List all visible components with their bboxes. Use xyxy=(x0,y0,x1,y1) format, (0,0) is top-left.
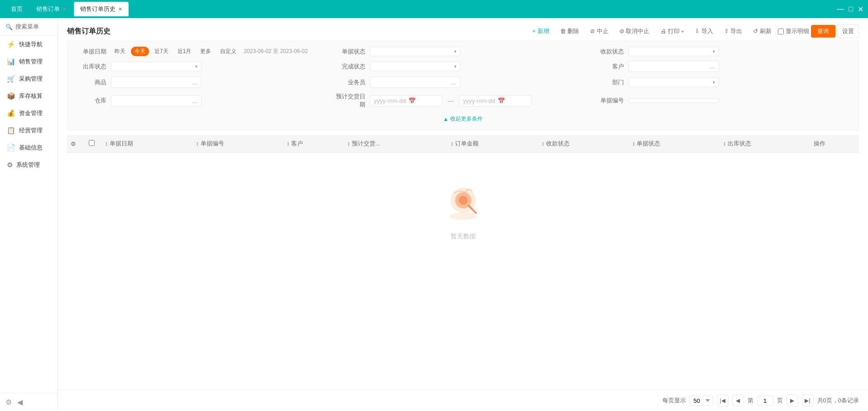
customer-control: … xyxy=(628,61,851,72)
th-settings[interactable]: ⚙ xyxy=(67,135,85,153)
customer-dots: … xyxy=(709,63,715,70)
warehouse-input[interactable]: … xyxy=(111,95,201,106)
page-first-btn[interactable]: |◀ xyxy=(717,395,729,406)
delete-btn[interactable]: 🗑 删除 xyxy=(556,25,584,38)
stop-btn[interactable]: ⊘ 中止 xyxy=(585,25,613,38)
sidebar-collapse-icon[interactable]: ◀ xyxy=(17,398,23,406)
select-all-checkbox[interactable] xyxy=(89,140,95,146)
receive-status-select[interactable]: ▾ xyxy=(628,47,719,56)
filter-row-2: 出库状态 ▾ 完成状态 ▾ 客户 xyxy=(75,61,851,72)
date-tag-today[interactable]: 今天 xyxy=(131,47,149,56)
export-btn-label: ⇧ 导出 xyxy=(724,27,743,35)
th-order-amount[interactable]: ↕ 订单金额 xyxy=(447,135,538,153)
show-detail-input[interactable] xyxy=(778,29,784,34)
doc-no-input[interactable] xyxy=(628,98,719,103)
th-customer[interactable]: ↕ 客户 xyxy=(283,135,344,153)
sidebar-item-sales-mgmt[interactable]: 📊 销售管理 xyxy=(0,53,58,70)
filter-area: 单据日期 昨天 今天 近7天 近1月 更多 自定义 2023-06-02 至 2… xyxy=(67,41,859,131)
filter-row-4: 仓库 … 预计交货日期 yyyy-mm-dd 📅 — yyyy-mm-dd xyxy=(75,92,851,109)
page-number-input[interactable] xyxy=(757,396,773,406)
sidebar-item-system-mgmt[interactable]: ⚙ 系统管理 xyxy=(0,156,58,174)
th-doc-no-label: ↕ 单据编号 xyxy=(196,140,224,147)
tab-sales-order-history-close[interactable]: ✕ xyxy=(118,6,122,12)
search-icon: 🔍 xyxy=(5,24,13,30)
collapse-label: 收起更多条件 xyxy=(450,115,483,123)
data-table: ⚙ ↕ 单据日期 ↕ 单据编号 ↕ 客户 xyxy=(67,135,859,153)
sales-mgmt-icon: 📊 xyxy=(7,58,15,66)
th-order-amount-label: ↕ 订单金额 xyxy=(451,140,479,147)
th-delivery-date[interactable]: ↕ 预计交货... xyxy=(344,135,447,153)
customer-input[interactable]: … xyxy=(628,61,719,72)
sidebar-search[interactable]: 🔍 搜索菜单 xyxy=(0,18,58,36)
sidebar-settings-icon[interactable]: ⚙ xyxy=(5,398,12,406)
out-status-select[interactable]: ▾ xyxy=(111,62,201,71)
show-detail-checkbox[interactable]: 显示明细 xyxy=(778,27,809,35)
table-settings-icon[interactable]: ⚙ xyxy=(71,140,76,147)
tab-home[interactable]: 首页 xyxy=(5,2,29,16)
cancel-stop-btn[interactable]: ⊘ 取消中止 xyxy=(615,25,654,38)
th-action-label: 操作 xyxy=(814,140,825,147)
tab-sales-order[interactable]: 销售订单 ✕ xyxy=(30,2,73,16)
delivery-date-start[interactable]: yyyy-mm-dd 📅 xyxy=(370,95,442,106)
new-btn[interactable]: + 新增 xyxy=(528,25,553,38)
print-btn[interactable]: 🖨 打印 ▾ xyxy=(656,25,689,38)
th-checkbox[interactable] xyxy=(85,135,101,153)
window-maximize-btn[interactable]: □ xyxy=(849,5,853,13)
delivery-date-end[interactable]: yyyy-mm-dd 📅 xyxy=(459,95,532,106)
page-last-btn[interactable]: ▶| xyxy=(802,395,814,406)
collapse-row[interactable]: ▲ 收起更多条件 xyxy=(75,113,851,125)
doc-status-select[interactable]: ▾ xyxy=(370,47,460,56)
th-doc-date[interactable]: ↕ 单据日期 xyxy=(101,135,192,153)
page-next-btn[interactable]: ▶ xyxy=(786,395,798,406)
system-mgmt-icon: ⚙ xyxy=(7,161,13,169)
out-status-chevron: ▾ xyxy=(195,64,197,69)
complete-status-control: ▾ xyxy=(370,62,593,71)
date-tag-yesterday[interactable]: 昨天 xyxy=(111,47,129,56)
sidebar-search-label: 搜索菜单 xyxy=(15,23,39,31)
query-btn[interactable]: 查询 xyxy=(811,25,835,38)
sidebar-item-purchase-mgmt[interactable]: 🛒 采购管理 xyxy=(0,70,58,87)
dept-control: ▾ xyxy=(628,77,851,87)
page-prev-btn[interactable]: ◀ xyxy=(732,395,744,406)
salesman-input[interactable]: … xyxy=(370,77,460,88)
th-doc-no[interactable]: ↕ 单据编号 xyxy=(192,135,283,153)
tab-sales-order-close[interactable]: ✕ xyxy=(62,6,67,12)
doc-date-control: 昨天 今天 近7天 近1月 更多 自定义 2023-06-02 至 2023-0… xyxy=(111,47,334,56)
sidebar-item-quick-nav[interactable]: ⚡ 快捷导航 xyxy=(0,36,58,53)
product-control: … xyxy=(111,77,334,88)
settings-btn[interactable]: 设置 xyxy=(837,24,859,38)
th-out-status[interactable]: ↕ 出库状态 xyxy=(719,135,810,153)
page-title: 销售订单历史 xyxy=(67,27,110,36)
date-tag-custom[interactable]: 自定义 xyxy=(216,47,240,56)
warehouse-control: … xyxy=(111,95,334,106)
th-doc-status[interactable]: ↕ 单据状态 xyxy=(628,135,719,153)
svg-point-3 xyxy=(459,196,468,205)
refresh-btn[interactable]: ↺ 刷新 xyxy=(748,25,776,38)
page-size-select[interactable]: 10 20 50 100 xyxy=(690,396,713,406)
sidebar-item-ops-mgmt[interactable]: 📋 经营管理 xyxy=(0,122,58,139)
sidebar-item-finance-mgmt[interactable]: 💰 资金管理 xyxy=(0,105,58,122)
table-header-row: ⚙ ↕ 单据日期 ↕ 单据编号 ↕ 客户 xyxy=(67,135,859,153)
product-input[interactable]: … xyxy=(111,77,201,88)
th-doc-status-label: ↕ 单据状态 xyxy=(632,140,660,147)
sidebar-item-purchase-mgmt-label: 采购管理 xyxy=(19,75,43,83)
tab-sales-order-history[interactable]: 销售订单历史 ✕ xyxy=(74,2,129,16)
export-btn[interactable]: ⇧ 导出 xyxy=(719,25,747,38)
complete-status-select[interactable]: ▾ xyxy=(370,62,460,71)
import-btn[interactable]: ⇩ 导入 xyxy=(690,25,718,38)
date-tag-7days[interactable]: 近7天 xyxy=(151,47,172,56)
empty-state: 暂无数据 xyxy=(67,153,859,268)
date-tag-more[interactable]: 更多 xyxy=(197,47,215,56)
delivery-date-end-cal-icon: 📅 xyxy=(498,97,505,104)
delivery-date-label: 预计交货日期 xyxy=(334,92,370,109)
th-receive-status[interactable]: ↕ 收款状态 xyxy=(538,135,629,153)
sidebar-item-quick-nav-label: 快捷导航 xyxy=(19,40,43,48)
sidebar-item-inventory-calc[interactable]: 📦 库存核算 xyxy=(0,87,58,105)
th-action: 操作 xyxy=(810,135,859,153)
window-minimize-btn[interactable]: — xyxy=(837,5,844,13)
sidebar-item-basic-info[interactable]: 📄 基础信息 xyxy=(0,139,58,156)
date-tag-1month[interactable]: 近1月 xyxy=(174,47,195,56)
date-range-text: 2023-06-02 至 2023-06-02 xyxy=(244,48,307,55)
dept-select[interactable]: ▾ xyxy=(628,77,719,87)
window-close-btn[interactable]: ✕ xyxy=(858,5,863,14)
